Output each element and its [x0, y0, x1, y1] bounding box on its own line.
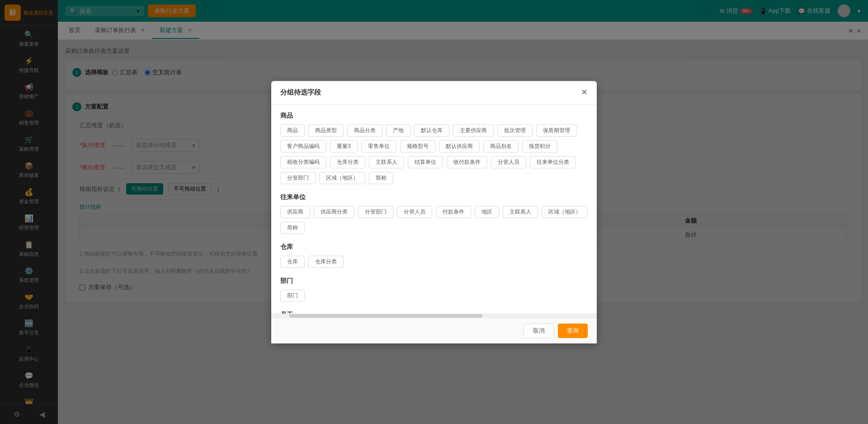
section-title-2: 仓库 — [280, 243, 588, 251]
section-title-1: 往来单位 — [280, 193, 588, 201]
field-tag-1-8[interactable]: 简称 — [280, 222, 305, 234]
field-tag-0-3[interactable]: 产地 — [386, 124, 410, 137]
field-tag-0-7[interactable]: 保质期管理 — [536, 124, 577, 137]
field-tag-0-24[interactable]: 简称 — [369, 172, 393, 184]
field-tag-3-0[interactable]: 部门 — [280, 290, 305, 302]
field-tag-1-7[interactable]: 区域（地区） — [542, 206, 588, 218]
field-tags-3: 部门 — [280, 290, 588, 302]
section-title-0: 商品 — [280, 112, 588, 120]
field-tag-0-13[interactable]: 商品别名 — [483, 140, 519, 152]
field-tag-0-23[interactable]: 区域（地区） — [319, 172, 365, 184]
field-section-3: 部门部门 — [280, 277, 588, 302]
section-title-3: 部门 — [280, 277, 588, 285]
cancel-button[interactable]: 取消 — [524, 324, 554, 338]
field-tag-0-4[interactable]: 默认仓库 — [414, 124, 449, 137]
modal-overlay: 分组待选字段 ✕ 商品商品商品类型商品分类产地默认仓库主要供应商批次管理保质期管… — [0, 0, 868, 424]
field-tag-0-22[interactable]: 分管部门 — [280, 172, 316, 184]
field-section-0: 商品商品商品类型商品分类产地默认仓库主要供应商批次管理保质期管理客户商品编码重量… — [280, 112, 588, 184]
field-tag-0-20[interactable]: 分管人员 — [491, 156, 526, 168]
field-tags-1: 供应商供应商分类分管部门分管人员付款条件地区主联系人区域（地区）简称 — [280, 206, 588, 234]
field-tag-0-19[interactable]: 收付款条件 — [447, 156, 487, 168]
field-tag-0-12[interactable]: 默认供应商 — [439, 140, 480, 152]
field-tag-0-0[interactable]: 商品 — [280, 124, 305, 137]
modal-hscroll[interactable] — [271, 314, 597, 318]
field-tag-0-18[interactable]: 结算单位 — [408, 156, 443, 168]
field-section-1: 往来单位供应商供应商分类分管部门分管人员付款条件地区主联系人区域（地区）简称 — [280, 193, 588, 234]
field-tag-0-14[interactable]: 拣货积分 — [522, 140, 557, 152]
field-tag-1-0[interactable]: 供应商 — [280, 206, 310, 218]
field-tag-0-8[interactable]: 客户商品编码 — [280, 140, 326, 152]
field-tag-0-9[interactable]: 重量3 — [330, 140, 358, 152]
field-tag-0-6[interactable]: 批次管理 — [497, 124, 533, 137]
modal-title: 分组待选字段 — [280, 88, 321, 97]
field-tag-0-1[interactable]: 商品类型 — [308, 124, 344, 137]
confirm-button[interactable]: 查询 — [558, 324, 588, 338]
field-tag-0-2[interactable]: 商品分类 — [347, 124, 382, 137]
field-tag-0-11[interactable]: 规格型号 — [400, 140, 435, 152]
field-tag-1-4[interactable]: 付款条件 — [436, 206, 471, 218]
field-tag-0-16[interactable]: 仓库分类 — [330, 156, 365, 168]
field-selection-modal: 分组待选字段 ✕ 商品商品商品类型商品分类产地默认仓库主要供应商批次管理保质期管… — [271, 81, 597, 343]
modal-header: 分组待选字段 ✕ — [271, 81, 597, 105]
field-tag-1-6[interactable]: 主联系人 — [503, 206, 538, 218]
field-tags-0: 商品商品类型商品分类产地默认仓库主要供应商批次管理保质期管理客户商品编码重量3零… — [280, 124, 588, 184]
field-tag-0-5[interactable]: 主要供应商 — [453, 124, 494, 137]
field-tag-1-1[interactable]: 供应商分类 — [314, 206, 354, 218]
field-tag-2-0[interactable]: 仓库 — [280, 256, 305, 268]
modal-footer: 取消 查询 — [271, 318, 597, 343]
field-tags-2: 仓库仓库分类 — [280, 256, 588, 268]
field-tag-0-10[interactable]: 零售单位 — [361, 140, 396, 152]
field-tag-0-21[interactable]: 往来单位分类 — [530, 156, 576, 168]
field-section-2: 仓库仓库仓库分类 — [280, 243, 588, 268]
field-tag-1-2[interactable]: 分管部门 — [358, 206, 393, 218]
modal-close-btn[interactable]: ✕ — [581, 88, 588, 96]
field-tag-1-5[interactable]: 地区 — [475, 206, 499, 218]
modal-body: 商品商品商品类型商品分类产地默认仓库主要供应商批次管理保质期管理客户商品编码重量… — [271, 105, 597, 314]
field-tag-1-3[interactable]: 分管人员 — [397, 206, 432, 218]
hscroll-thumb — [289, 314, 482, 318]
field-tag-0-17[interactable]: 主联系人 — [369, 156, 404, 168]
field-tag-0-15[interactable]: 税收分类编码 — [280, 156, 326, 168]
field-tag-2-1[interactable]: 仓库分类 — [308, 256, 344, 268]
